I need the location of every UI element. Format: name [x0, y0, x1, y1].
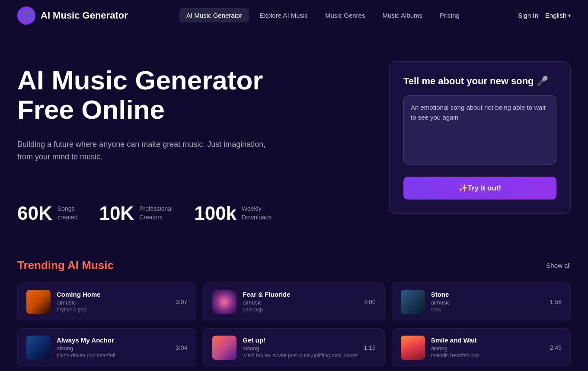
site-title: AI Music Generator [41, 10, 128, 21]
music-name: Fear & Fluoride [243, 291, 358, 298]
hero-title: AI Music Generator Free Online [17, 66, 277, 124]
logo-icon: 🎵 [17, 6, 35, 25]
music-tags: dark pop [243, 307, 358, 313]
stat-number-creators: 10K [99, 203, 134, 224]
album-thumbnail [212, 336, 236, 360]
music-name: Stone [431, 291, 544, 298]
music-tags: piano-driven pop heartfelt [57, 352, 169, 358]
music-duration: 4:00 [364, 298, 375, 305]
list-item[interactable]: Get up! aisong witch house, soviet post-… [203, 328, 384, 367]
music-creator: aimusic [243, 299, 358, 306]
sign-in-button[interactable]: Sign In [518, 12, 538, 19]
stat-number-songs: 60K [17, 203, 52, 224]
nav-links: AI Music Generator Explore AI Music Musi… [179, 8, 467, 22]
chevron-down-icon: ▾ [568, 13, 571, 19]
music-creator: aisong [431, 345, 544, 352]
music-creator: aimusic [57, 299, 169, 306]
music-info: Stone aimusic slow [431, 291, 544, 313]
nav-brand: 🎵 AI Music Generator [17, 6, 128, 25]
music-tags: slow [431, 307, 544, 313]
music-duration: 2:45 [550, 344, 562, 351]
trending-title: Trending AI Music [17, 259, 114, 272]
music-duration: 3:07 [176, 298, 187, 305]
trending-section: Trending AI Music Show all Coming Home a… [0, 250, 588, 371]
music-duration: 3:04 [176, 344, 187, 351]
card-title: Tell me about your new song 🎤 [403, 76, 556, 87]
language-label: English [545, 12, 566, 19]
stat-songs-created: 60K Songscreated [17, 203, 77, 224]
music-name: Smile and Wait [431, 336, 544, 344]
stat-downloads: 100k WeeklyDownloads [194, 203, 272, 224]
list-item[interactable]: Coming Home aimusic rhythmic pop 3:07 [17, 282, 196, 321]
stat-label-songs: Songscreated [58, 205, 78, 222]
nav-link-music-albums[interactable]: Music Albums [375, 8, 429, 22]
song-description-input[interactable] [403, 95, 556, 165]
music-info: Always My Anchor aisong piano-driven pop… [57, 336, 169, 358]
stat-label-downloads: WeeklyDownloads [242, 205, 272, 222]
stat-number-downloads: 100k [194, 203, 236, 224]
show-all-button[interactable]: Show all [546, 262, 571, 269]
nav-link-explore-ai-music[interactable]: Explore AI Music [252, 8, 315, 22]
music-duration: 1:56 [550, 298, 562, 305]
hero-divider [17, 185, 277, 185]
music-name: Coming Home [57, 291, 169, 298]
music-info: Get up! aisong witch house, soviet post-… [243, 336, 358, 358]
music-name: Get up! [243, 336, 358, 344]
music-tags: witch house, soviet post-punk,uplifting,… [243, 352, 358, 358]
hero-left: AI Music Generator Free Online Building … [17, 61, 277, 224]
language-selector[interactable]: English ▾ [545, 12, 571, 19]
try-it-out-button[interactable]: ✨Try it out! [403, 177, 556, 200]
music-duration: 1:16 [364, 344, 375, 351]
album-thumbnail [401, 290, 425, 314]
music-name: Always My Anchor [57, 336, 169, 344]
music-creator: aisong [243, 345, 358, 352]
nav-link-ai-music-generator[interactable]: AI Music Generator [179, 8, 249, 22]
music-tags: melodic heartfelt pop [431, 352, 544, 358]
album-thumbnail [401, 336, 425, 360]
music-info: Smile and Wait aisong melodic heartfelt … [431, 336, 544, 358]
nav-right: Sign In English ▾ [518, 12, 571, 19]
list-item[interactable]: Fear & Fluoride aimusic dark pop 4:00 [203, 282, 384, 321]
music-creator: aimusic [431, 299, 544, 306]
navbar: 🎵 AI Music Generator AI Music Generator … [0, 0, 588, 31]
music-grid: Coming Home aimusic rhythmic pop 3:07 Fe… [17, 282, 571, 367]
music-tags: rhythmic pop [57, 307, 169, 313]
list-item[interactable]: Always My Anchor aisong piano-driven pop… [17, 328, 196, 367]
nav-link-music-genres[interactable]: Music Genres [318, 8, 372, 22]
album-thumbnail [212, 290, 236, 314]
song-generator-card: Tell me about your new song 🎤 ✨Try it ou… [389, 61, 571, 214]
hero-subtitle: Building a future where anyone can make … [17, 138, 277, 163]
music-info: Fear & Fluoride aimusic dark pop [243, 291, 358, 313]
stat-creators: 10K ProfessionalCreators [99, 203, 173, 224]
hero-section: AI Music Generator Free Online Building … [0, 31, 588, 250]
stat-label-creators: ProfessionalCreators [139, 205, 173, 222]
music-creator: aisong [57, 345, 169, 352]
trending-header: Trending AI Music Show all [17, 259, 571, 272]
album-thumbnail [26, 290, 51, 314]
stats-row: 60K Songscreated 10K ProfessionalCreator… [17, 203, 277, 224]
album-thumbnail [26, 336, 51, 360]
music-info: Coming Home aimusic rhythmic pop [57, 291, 169, 313]
list-item[interactable]: Stone aimusic slow 1:56 [392, 282, 571, 321]
list-item[interactable]: Smile and Wait aisong melodic heartfelt … [392, 328, 571, 367]
nav-link-pricing[interactable]: Pricing [433, 8, 467, 22]
